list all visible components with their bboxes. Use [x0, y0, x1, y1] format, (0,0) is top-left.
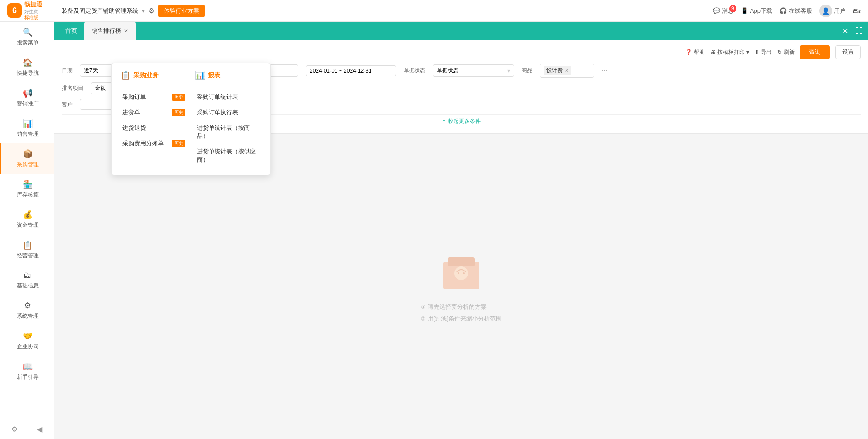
sidebar-item-finance[interactable]: 💰 资金管理	[0, 204, 54, 235]
logo-area: 6 畅捷通 好生意 标准版	[7, 1, 62, 20]
menu-item-order-exec[interactable]: 采购订单执行表	[195, 105, 262, 120]
app-download-button[interactable]: 📱 App下载	[741, 7, 772, 15]
menu-item-purchase-order[interactable]: 采购订单 历史	[121, 89, 187, 105]
sidebar-item-guide[interactable]: 📖 新手引导	[0, 356, 54, 386]
sidebar-item-label: 库存核算	[17, 191, 39, 199]
sidebar-item-inventory[interactable]: 🏪 库存核算	[0, 174, 54, 204]
sidebar-item-sales[interactable]: 📊 销售管理	[0, 113, 54, 143]
content-area: 首页 销售排行榜 ✕ ✕ ⛶ ❓ 帮助 🖨 按模板打印 ▾	[54, 22, 868, 439]
sidebar-item-label: 快捷导航	[17, 69, 39, 77]
sales-icon: 📊	[23, 118, 33, 128]
menu-item-expense[interactable]: 采购费用分摊单 历史	[121, 136, 187, 151]
basic-icon: 🗂	[24, 271, 32, 280]
sidebar-item-label: 系统管理	[17, 312, 39, 320]
sidebar-item-label: 营销推广	[17, 100, 39, 108]
search-icon: 🔍	[23, 27, 33, 37]
purchase-section-title: 📋 采购业务	[121, 70, 187, 84]
tab-bar-right: ✕ ⛶	[840, 25, 864, 37]
purchase-icon: 📦	[23, 149, 33, 159]
sidebar-item-purchase[interactable]: 📦 采购管理	[0, 143, 54, 174]
app-label: App下载	[750, 7, 772, 15]
avatar: 👤	[819, 5, 832, 17]
headset-icon: 🎧	[780, 7, 787, 14]
sidebar-item-system[interactable]: ⚙ 系统管理	[0, 295, 54, 326]
sidebar-item-basic[interactable]: 🗂 基础信息	[0, 265, 54, 295]
tab-home[interactable]: 首页	[58, 22, 84, 40]
user-menu[interactable]: 👤 用户	[819, 5, 846, 17]
history-badge: 历史	[172, 109, 185, 116]
main-layout: 🔍 搜索菜单 🏠 快捷导航 📢 营销推广 📊 销售管理 📦 采购管理 🏪 库存核…	[0, 22, 868, 439]
tab-sales-rank[interactable]: 销售排行榜 ✕	[84, 22, 136, 40]
sidebar-item-search[interactable]: 🔍 搜索菜单	[0, 22, 54, 52]
logo-badge: 标准版	[24, 15, 42, 20]
cooperation-icon: 🤝	[23, 331, 33, 341]
sidebar-item-label: 搜索菜单	[17, 39, 39, 47]
tab-home-label: 首页	[65, 27, 77, 35]
tab-expand-icon[interactable]: ⛶	[853, 25, 864, 37]
system-icon: ⚙	[24, 301, 31, 311]
message-badge: 9	[729, 5, 736, 12]
message-icon: 💬	[713, 7, 720, 14]
message-button[interactable]: 💬 消息 9	[713, 7, 734, 15]
megaphone-icon: 📢	[23, 88, 33, 98]
finance-icon: 💰	[23, 210, 33, 220]
tab-close-icon[interactable]: ✕	[124, 28, 128, 34]
menu-item-inbound[interactable]: 进货单 历史	[121, 105, 187, 120]
ea-label: Ea	[853, 7, 861, 15]
logo-icon: 6	[7, 3, 22, 18]
menu-item-inbound-stats-goods[interactable]: 进货单统计表（按商品）	[195, 120, 262, 144]
home-icon: 🏠	[23, 58, 33, 68]
sidebar-item-label: 新手引导	[17, 373, 39, 381]
logo-main: 畅捷通	[24, 1, 42, 9]
history-badge: 历史	[172, 140, 185, 147]
mobile-icon: 📱	[741, 7, 748, 14]
tab-bar: 首页 销售排行榜 ✕ ✕ ⛶	[54, 22, 868, 40]
settings-bottom-button[interactable]: ⚙	[4, 423, 25, 435]
report-section: 📊 报表 采购订单统计表 采购订单执行表 进货单统计表（按商品） 进货单统计表（…	[191, 69, 265, 169]
sidebar-item-label: 销售管理	[17, 130, 39, 138]
system-dropdown-arrow[interactable]: ▾	[142, 8, 145, 14]
sidebar-item-marketing[interactable]: 📢 营销推广	[0, 83, 54, 113]
menu-item-order-stats[interactable]: 采购订单统计表	[195, 89, 262, 105]
header-right: 💬 消息 9 📱 App下载 🎧 在线客服 👤 用户 Ea	[713, 5, 861, 17]
top-header: 6 畅捷通 好生意 标准版 装备及固定资产辅助管理系统 ▾ ⚙ 体验行业方案 💬…	[0, 0, 868, 22]
logo-sub: 好生意	[24, 9, 42, 15]
collapse-button[interactable]: ◀	[29, 423, 51, 435]
history-badge: 历史	[172, 94, 185, 101]
sidebar: 🔍 搜索菜单 🏠 快捷导航 📢 营销推广 📊 销售管理 📦 采购管理 🏪 库存核…	[0, 22, 54, 439]
online-label: 在线客服	[789, 7, 812, 15]
sidebar-item-label: 基础信息	[17, 282, 39, 290]
industry-button[interactable]: 体验行业方案	[158, 5, 205, 17]
purchase-dropdown-popup: 📋 采购业务 采购订单 历史 进货单 历史 进货退货 采购费用分摊单 历史	[111, 63, 271, 175]
operation-icon: 📋	[23, 240, 33, 250]
sidebar-item-label: 经营管理	[17, 252, 39, 260]
inventory-icon: 🏪	[23, 179, 33, 189]
system-title: 装备及固定资产辅助管理系统	[62, 7, 138, 15]
sidebar-item-operation[interactable]: 📋 经营管理	[0, 235, 54, 265]
logo-text: 畅捷通 好生意 标准版	[24, 1, 42, 20]
guide-icon: 📖	[23, 361, 33, 371]
sidebar-item-cooperation[interactable]: 🤝 企业协同	[0, 326, 54, 356]
user-label: 用户	[834, 7, 846, 15]
gear-icon[interactable]: ⚙	[148, 6, 155, 15]
header-middle: 装备及固定资产辅助管理系统 ▾ ⚙ 体验行业方案	[62, 5, 713, 17]
report-section-icon: 📊	[195, 70, 205, 80]
sidebar-item-quick[interactable]: 🏠 快捷导航	[0, 52, 54, 83]
purchase-section-icon: 📋	[121, 70, 131, 80]
tab-close-all-icon[interactable]: ✕	[840, 25, 850, 37]
report-section-title: 📊 报表	[195, 70, 262, 84]
sidebar-bottom: ⚙ ◀	[0, 419, 54, 439]
sidebar-item-label: 资金管理	[17, 222, 39, 229]
online-service-button[interactable]: 🎧 在线客服	[780, 7, 812, 15]
menu-item-inbound-stats-supplier[interactable]: 进货单统计表（按供应商）	[195, 144, 262, 168]
menu-item-return[interactable]: 进货退货	[121, 120, 187, 136]
tab-sales-rank-label: 销售排行榜	[92, 27, 121, 35]
purchase-business-section: 📋 采购业务 采购订单 历史 进货单 历史 进货退货 采购费用分摊单 历史	[117, 69, 191, 169]
sidebar-item-label: 企业协同	[17, 343, 39, 350]
sidebar-item-label: 采购管理	[17, 161, 39, 168]
